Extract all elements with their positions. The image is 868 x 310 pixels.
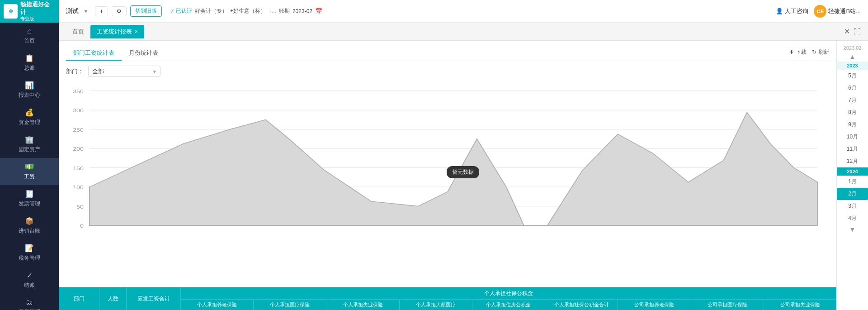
sidebar-label-home: 首页 <box>24 37 35 45</box>
tab-salary-report[interactable]: 工资统计报表 × <box>90 25 144 38</box>
th-salary: 应发工资合计 <box>127 288 181 310</box>
ledger-icon: 📋 <box>25 54 34 62</box>
topbar-dropdown-arrow[interactable]: ▼ <box>83 8 89 14</box>
period-label: 账期 <box>279 7 290 15</box>
month-2023-9[interactable]: 9月 <box>837 119 868 131</box>
sub-tabbar: 部门工资统计表 月份统计表 ⬇ 下载 ↻ 刷新 <box>59 41 836 61</box>
month-2024-2[interactable]: 2月 <box>837 188 868 200</box>
topbar-title: 测试 <box>66 7 79 15</box>
month-2023-12[interactable]: 12月 <box>837 155 868 167</box>
tab-home[interactable]: 首页 <box>66 25 90 38</box>
chart-svg: 350 300 250 200 150 100 50 0 <box>66 86 829 240</box>
svg-text:350: 350 <box>73 88 84 94</box>
assets-icon: 🏢 <box>25 135 34 144</box>
th-col-7: 公司承担医疗保险 <box>691 300 764 310</box>
right-panel: 2023.02 ▲ 2023 5月 6月 7月 8月 9月 10月 11月 12… <box>836 41 868 310</box>
download-button[interactable]: ⬇ 下载 <box>789 48 807 56</box>
switch-old-button[interactable]: 切到旧版 <box>130 5 162 17</box>
settle-icon: ✓ <box>27 271 33 280</box>
chart-container: 350 300 250 200 150 100 50 0 <box>66 86 829 240</box>
sidebar-item-home[interactable]: ⌂首页 <box>0 23 59 49</box>
th-col-4: 个人承担住房公积金 <box>472 300 545 310</box>
sidebar-label-archive: 归档管理 <box>19 308 40 310</box>
current-period-label: 2023.02 <box>844 44 862 52</box>
invoice-icon: 🧾 <box>25 190 34 198</box>
month-2024-3[interactable]: 3月 <box>837 200 868 212</box>
month-2023-6[interactable]: 6月 <box>837 82 868 94</box>
filter-label: 部门： <box>66 67 84 76</box>
tab-close-icon[interactable]: × <box>135 29 138 35</box>
content-area: 部门工资统计表 月份统计表 ⬇ 下载 ↻ 刷新 <box>59 41 868 310</box>
th-col-1: 个人承担医疗保险 <box>254 300 326 310</box>
refresh-icon: ↻ <box>812 49 816 55</box>
reports-icon: 📊 <box>25 81 34 90</box>
certified-icon: ✓ <box>170 8 175 14</box>
panel-expand-button[interactable]: ⛶ <box>854 27 861 36</box>
period-value: 2023-02 <box>292 8 312 14</box>
download-icon: ⬇ <box>789 49 794 55</box>
year-2023-header[interactable]: 2023 <box>837 62 868 70</box>
year-2024-section: 2024 1月 2月 3月 4月 <box>837 167 868 224</box>
sidebar-label-settle: 结账 <box>24 281 35 289</box>
year-2024-header[interactable]: 2024 <box>837 167 868 176</box>
user-menu[interactable]: CE 轻捷通B站... <box>814 5 861 18</box>
sales-icon: 📦 <box>25 217 34 225</box>
th-group-personal: 个人承担社保公积金 个人承担养老保险 个人承担医疗保险 个人承担失业保险 个人承… <box>181 288 836 310</box>
sidebar-item-invoice[interactable]: 🧾发票管理 <box>0 185 59 212</box>
sub-tabs: 部门工资统计表 月份统计表 <box>66 46 165 61</box>
main-area: 测试 ▼ + ⚙ 切到旧版 ✓ 已认证 好会计（专） +好生意（标） +... … <box>59 0 868 310</box>
sidebar-logo: 会 畅捷通好会计 专业版 <box>0 0 59 23</box>
help-button[interactable]: 👤 人工咨询 <box>776 7 808 15</box>
th-people: 人数 <box>99 288 127 310</box>
month-2023-7[interactable]: 7月 <box>837 94 868 106</box>
sidebar-item-salary[interactable]: 💵工资 <box>0 158 59 185</box>
month-2023-11[interactable]: 11月 <box>837 143 868 155</box>
avatar: CE <box>814 5 826 18</box>
sub-tab-month[interactable]: 月份统计表 <box>122 46 165 61</box>
biz-label: +好生意（标） <box>230 7 266 15</box>
th-col-2: 个人承担失业保险 <box>326 300 399 310</box>
month-2024-1[interactable]: 1月 <box>837 176 868 188</box>
sidebar-item-ledger[interactable]: 📋总账 <box>0 49 59 76</box>
sidebar-item-archive[interactable]: 🗂归档管理 <box>0 294 59 310</box>
topbar: 测试 ▼ + ⚙ 切到旧版 ✓ 已认证 好会计（专） +好生意（标） +... … <box>59 0 868 23</box>
sidebar: 会 畅捷通好会计 专业版 ⌂首页📋总账📊报表中心💰资金管理🏢固定资产💵工资🧾发票… <box>0 0 59 310</box>
tax-icon: 📝 <box>25 244 34 253</box>
certified-badge: ✓ 已认证 <box>170 7 192 15</box>
panel-close-button[interactable]: ✕ <box>844 27 850 36</box>
accounting-label: 好会计（专） <box>195 7 227 15</box>
sidebar-item-sales[interactable]: 📦进销台账 <box>0 212 59 239</box>
year-2023-section: 2023 5月 6月 7月 8月 9月 10月 11月 12月 <box>837 62 868 167</box>
topbar-actions: + ⚙ 切到旧版 <box>95 5 162 17</box>
sidebar-label-assets: 固定资产 <box>19 146 40 153</box>
sidebar-item-funds[interactable]: 💰资金管理 <box>0 104 59 131</box>
refresh-button[interactable]: ↻ 刷新 <box>812 48 829 56</box>
sidebar-item-tax[interactable]: 📝税务管理 <box>0 239 59 267</box>
logo-text: 畅捷通好会计 专业版 <box>20 1 55 22</box>
month-2023-10[interactable]: 10月 <box>837 131 868 143</box>
th-col-5: 个人承担社保公积金合计 <box>545 300 618 310</box>
home-icon: ⌂ <box>27 27 32 35</box>
panel-down-arrow[interactable]: ▼ <box>848 224 857 234</box>
dept-select-wrapper: 全部 销售部 技术部 财务部 行政部 <box>88 66 160 77</box>
sidebar-item-settle[interactable]: ✓结账 <box>0 267 59 294</box>
month-2023-8[interactable]: 8月 <box>837 106 868 119</box>
th-col-6: 公司承担养老保险 <box>618 300 691 310</box>
month-2024-4[interactable]: 4月 <box>837 212 868 224</box>
chart-tooltip: 暂无数据 <box>447 166 479 178</box>
topbar-right: 👤 人工咨询 CE 轻捷通B站... <box>776 5 861 18</box>
th-group-title: 个人承担社保公积金 <box>181 288 836 300</box>
sidebar-item-assets[interactable]: 🏢固定资产 <box>0 131 59 158</box>
filter-bar: 部门： 全部 销售部 技术部 财务部 行政部 <box>59 61 836 81</box>
svg-text:150: 150 <box>73 165 84 171</box>
settings-button[interactable]: ⚙ <box>112 6 127 16</box>
funds-icon: 💰 <box>25 108 34 117</box>
add-button[interactable]: + <box>95 6 108 16</box>
dept-select[interactable]: 全部 销售部 技术部 财务部 行政部 <box>88 66 160 77</box>
sub-tab-dept[interactable]: 部门工资统计表 <box>66 46 122 61</box>
calendar-icon[interactable]: 📅 <box>315 8 322 14</box>
sidebar-item-reports[interactable]: 📊报表中心 <box>0 76 59 104</box>
month-2023-5[interactable]: 5月 <box>837 70 868 82</box>
panel-up-arrow[interactable]: ▲ <box>848 52 857 62</box>
sidebar-label-salary: 工资 <box>24 173 35 181</box>
